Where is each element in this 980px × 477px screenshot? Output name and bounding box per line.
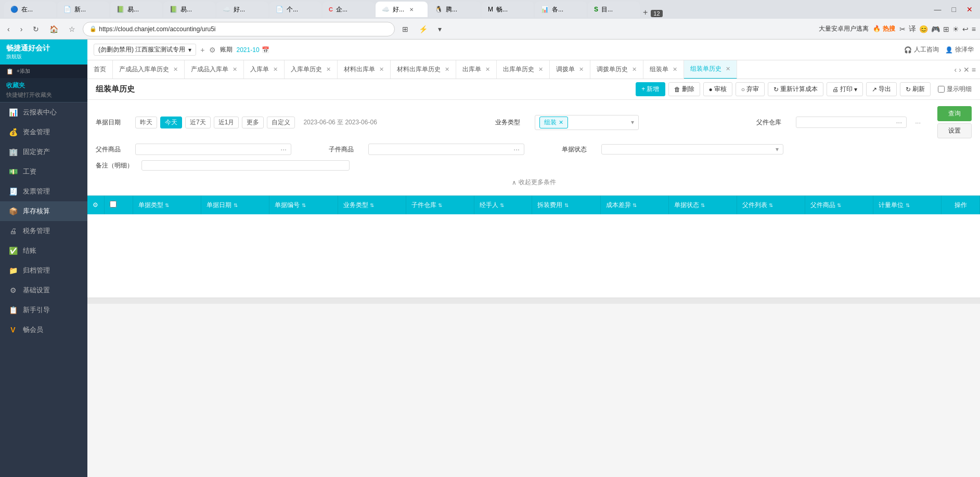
sidebar-item-inventory[interactable]: 📦 库存核算	[0, 201, 87, 221]
browser-tab-3[interactable]: 📗 易...	[163, 2, 215, 17]
browser-tab-11[interactable]: S 目...	[588, 2, 640, 17]
th-child-warehouse[interactable]: 子件仓库 ⇅	[406, 196, 474, 214]
tab-assembly-history-close[interactable]: ✕	[726, 66, 730, 72]
select-all-checkbox[interactable]	[110, 201, 117, 208]
forward-button[interactable]: ›	[17, 24, 26, 34]
page-tab-produce-in-history[interactable]: 产成品入库单历史 ✕	[113, 60, 185, 79]
date-more-btn[interactable]: 更多	[242, 117, 264, 128]
tab-nav-close-all[interactable]: ✕	[963, 66, 970, 74]
sidebar-item-reports[interactable]: 📊 云报表中心	[0, 102, 87, 122]
browser-tab-10[interactable]: 📊 各...	[535, 2, 587, 17]
page-tab-home[interactable]: 首页	[87, 60, 113, 79]
page-tab-assembly-history[interactable]: 组装单历史 ✕	[684, 60, 737, 79]
browser-tab-6[interactable]: C 企...	[323, 2, 375, 17]
query-button[interactable]: 查询	[937, 106, 972, 121]
sidebar-item-salary[interactable]: 💵 工资	[0, 162, 87, 182]
qr-button[interactable]: ⊞	[399, 24, 411, 34]
th-bill-date[interactable]: 单据日期 ⇅	[201, 196, 269, 214]
page-tab-out-order[interactable]: 出库单 ✕	[456, 60, 497, 79]
sidebar-item-settings[interactable]: ⚙ 基础设置	[0, 280, 87, 300]
lightning-button[interactable]: ⚡	[416, 24, 431, 34]
sidebar-item-guide[interactable]: 📋 新手引导	[0, 300, 87, 320]
tab-in-order-close[interactable]: ✕	[273, 66, 278, 73]
tab-produce-in-history-close[interactable]: ✕	[173, 66, 178, 73]
date-custom-btn[interactable]: 自定义	[267, 117, 295, 128]
browser-tab-0[interactable]: 🔵 在...	[4, 2, 56, 17]
sidebar-item-tax[interactable]: 🖨 税务管理	[0, 221, 87, 241]
tab-in-order-history-close[interactable]: ✕	[326, 66, 331, 73]
settings-gear-button[interactable]: ⚙	[209, 46, 216, 54]
page-tab-in-order[interactable]: 入库单 ✕	[244, 60, 285, 79]
date-today-btn[interactable]: 今天	[160, 117, 182, 128]
tab-assembly-close[interactable]: ✕	[673, 66, 677, 73]
th-settings[interactable]: ⚙	[87, 196, 104, 214]
receipt-status-filter[interactable]: ▾	[601, 144, 783, 154]
close-button[interactable]: ✕	[963, 5, 976, 14]
date-7days-btn[interactable]: 近7天	[185, 117, 211, 128]
page-tab-transfer-history[interactable]: 调拨单历史 ✕	[590, 60, 643, 79]
user-avatar-button[interactable]: 👤 徐泽华	[945, 45, 974, 54]
browser-tab-4[interactable]: ☁️ 好...	[216, 2, 268, 17]
tab-material-out-close[interactable]: ✕	[379, 66, 384, 73]
expand-button[interactable]: ▾	[435, 24, 445, 34]
tab-out-order-close[interactable]: ✕	[485, 66, 490, 73]
browser-tab-9[interactable]: M 畅...	[482, 2, 534, 17]
filter-settings-button[interactable]: 设置	[937, 123, 972, 138]
th-cost-diff[interactable]: 成本差异 ⇅	[600, 196, 668, 214]
sidebar-item-assets[interactable]: 🏢 固定资产	[0, 142, 87, 162]
browser-tab-7[interactable]: ☁️ 好... ✕	[376, 2, 428, 17]
horizontal-scrollbar[interactable]	[87, 298, 980, 304]
abandon-button[interactable]: ○ 弃审	[736, 82, 765, 96]
tab-close-7[interactable]: ✕	[409, 7, 414, 12]
parent-goods-filter[interactable]: ···	[135, 144, 291, 155]
recalculate-button[interactable]: ↻ 重新计算成本	[768, 82, 823, 96]
page-tab-in-order-history[interactable]: 入库单历史 ✕	[285, 60, 338, 79]
browser-tab-1[interactable]: 📄 新...	[57, 2, 109, 17]
account-selector[interactable]: (勿删勿禁用) 江西服宝测试专用 ▾	[94, 44, 196, 56]
parent-warehouse-extra-icon[interactable]: ···	[915, 119, 921, 126]
tab-material-out-history-close[interactable]: ✕	[445, 66, 449, 73]
th-biz-type[interactable]: 业务类型 ⇅	[338, 196, 406, 214]
delete-button[interactable]: 🗑 删除	[668, 82, 700, 96]
collapse-filter-button[interactable]: ∧ 收起更多条件	[96, 176, 972, 189]
tab-nav-prev[interactable]: ‹	[954, 66, 957, 74]
add-account-button[interactable]: +	[200, 46, 204, 54]
sidebar-item-archive[interactable]: 📁 归档管理	[0, 261, 87, 280]
tab-nav-next[interactable]: ›	[959, 66, 961, 74]
child-goods-filter[interactable]: ···	[368, 144, 524, 155]
display-detail-checkbox[interactable]	[938, 86, 945, 93]
remarks-input[interactable]	[146, 162, 345, 169]
biz-type-filter[interactable]: 组装 ✕ ▾	[535, 115, 639, 130]
page-tab-assembly[interactable]: 组装单 ✕	[643, 60, 684, 79]
display-detail-toggle[interactable]: 显示明细	[938, 85, 972, 94]
tab-transfer-history-close[interactable]: ✕	[632, 66, 637, 73]
bookmark-button[interactable]: ☆	[66, 24, 79, 34]
page-tab-produce-in[interactable]: 产成品入库单 ✕	[185, 60, 244, 79]
export-button[interactable]: ↗ 导出	[866, 82, 897, 96]
tab-transfer-close[interactable]: ✕	[579, 66, 584, 73]
date-yesterday-btn[interactable]: 昨天	[135, 117, 157, 128]
tab-nav-more[interactable]: ≡	[972, 66, 976, 74]
browser-tab-5[interactable]: 📄 个...	[269, 2, 321, 17]
date-1month-btn[interactable]: 近1月	[214, 117, 239, 128]
print-button[interactable]: 🖨 打印 ▾	[827, 82, 863, 96]
refresh-button[interactable]: ↻ 刷新	[900, 82, 931, 96]
audit-button[interactable]: ● 审核	[703, 82, 732, 96]
th-checkbox[interactable]	[104, 196, 133, 214]
th-parent-list[interactable]: 父件列表 ⇅	[737, 196, 805, 214]
browser-tab-8[interactable]: 🐧 腾...	[429, 2, 481, 17]
customer-service-button[interactable]: 🎧 人工咨询	[904, 45, 939, 54]
page-tab-material-out[interactable]: 材料出库单 ✕	[338, 60, 391, 79]
period-value[interactable]: 2021-10 📅	[237, 46, 269, 54]
home-button[interactable]: 🏠	[46, 24, 61, 34]
th-unit[interactable]: 计量单位 ⇅	[873, 196, 942, 214]
th-parent-goods[interactable]: 父件商品 ⇅	[805, 196, 873, 214]
refresh-nav-button[interactable]: ↻	[30, 24, 42, 34]
tab-out-order-history-close[interactable]: ✕	[538, 66, 543, 73]
parent-warehouse-filter[interactable]: ···	[796, 117, 907, 128]
biz-type-tag-close[interactable]: ✕	[559, 119, 563, 126]
remarks-filter[interactable]	[141, 160, 350, 171]
sidebar-item-membership[interactable]: V 畅会员	[0, 320, 87, 340]
minimize-button[interactable]: ―	[931, 5, 945, 14]
th-handler[interactable]: 经手人 ⇅	[474, 196, 532, 214]
